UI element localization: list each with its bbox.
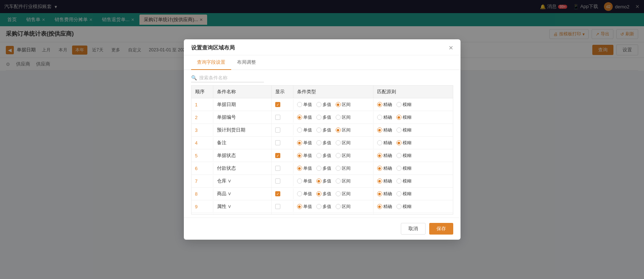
modal-tabs: 查询字段设置 布局调整 xyxy=(184,55,461,70)
modal-search-area: 🔍 xyxy=(184,70,461,71)
modal-tab-query-fields[interactable]: 查询字段设置 xyxy=(191,55,231,70)
modal-title: 设置查询区域布局 xyxy=(191,44,235,51)
modal-tab-layout[interactable]: 布局调整 xyxy=(231,55,262,70)
modal-header: 设置查询区域布局 ✕ xyxy=(184,39,461,55)
modal-overlay[interactable]: 设置查询区域布局 ✕ 查询字段设置 布局调整 🔍 顺序 条件名称 显示 条件类型… xyxy=(0,0,644,71)
modal-close-button[interactable]: ✕ xyxy=(449,44,453,51)
settings-modal: 设置查询区域布局 ✕ 查询字段设置 布局调整 🔍 顺序 条件名称 显示 条件类型… xyxy=(184,39,461,71)
